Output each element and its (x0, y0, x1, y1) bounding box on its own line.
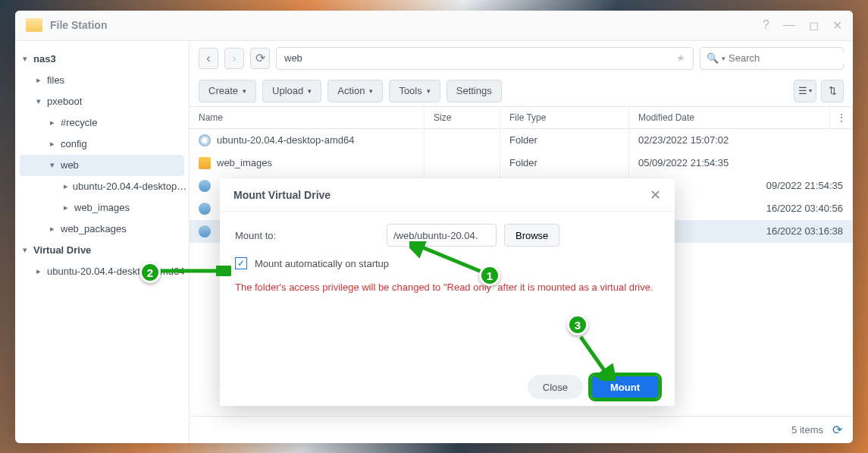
tools-button[interactable]: Tools▾ (389, 80, 440, 102)
app-icon (26, 18, 42, 32)
sidebar-item-config[interactable]: ▸config (15, 134, 189, 155)
maximize-icon[interactable]: ◻ (809, 18, 819, 33)
iso-icon (199, 225, 211, 238)
svg-line-2 (581, 337, 608, 376)
sidebar-item-webpackages[interactable]: ▸web_packages (15, 219, 189, 240)
cd-icon (199, 134, 211, 146)
sidebar-item-ubuntu[interactable]: ▸ubuntu-20.04.4-desktop-amd64 (15, 176, 189, 197)
modal-warning: The folder's access privilege will be ch… (235, 280, 660, 295)
col-modified[interactable]: Modified Date (629, 107, 830, 128)
modal-title: Mount Virtual Drive (233, 189, 331, 201)
close-icon[interactable]: ✕ (832, 18, 842, 33)
sidebar-item-recycle[interactable]: ▸#recycle (15, 112, 189, 134)
col-more-icon[interactable]: ⋮ (830, 107, 853, 128)
sidebar-root-nas3[interactable]: ▾nas3 (15, 49, 189, 70)
window-title: File Station (50, 19, 107, 31)
view-sort-button[interactable]: ⇅ (821, 80, 844, 102)
annotation-arrow-1 (409, 241, 485, 275)
action-toolbar: Create▾ Upload▾ Action▾ Tools▾ Settings … (190, 76, 853, 106)
path-input[interactable]: web★ (276, 47, 694, 70)
search-input[interactable] (729, 52, 853, 64)
col-name[interactable]: Name (190, 107, 425, 128)
favorite-icon[interactable]: ★ (676, 52, 685, 64)
cancel-button[interactable]: Close (528, 375, 583, 399)
list-row[interactable]: ubuntu-20.04.4-desktop-amd64 Folder 02/2… (190, 129, 853, 152)
browse-button[interactable]: Browse (504, 224, 559, 247)
refresh-icon[interactable]: ⟳ (832, 423, 842, 437)
svg-line-0 (417, 245, 481, 272)
help-icon[interactable]: ? (763, 18, 769, 33)
list-header: Name Size File Type Modified Date ⋮ (190, 106, 853, 129)
annotation-badge-3: 3 (567, 314, 588, 335)
iso-icon (199, 180, 211, 192)
nav-toolbar: ‹ › ⟳ web★ 🔍▾ (190, 41, 853, 76)
auto-mount-label: Mount automatically on startup (255, 258, 389, 269)
search-icon: 🔍 (707, 52, 719, 64)
mount-to-label: Mount to: (235, 230, 387, 241)
search-box[interactable]: 🔍▾ (700, 47, 844, 70)
nav-refresh-button[interactable]: ⟳ (250, 48, 270, 69)
view-list-button[interactable]: ☰▾ (794, 80, 816, 102)
sidebar-item-web[interactable]: ▾web (20, 155, 184, 176)
titlebar: File Station ? — ◻ ✕ (15, 11, 853, 41)
modal-close-icon[interactable]: ✕ (650, 187, 661, 203)
action-button[interactable]: Action▾ (327, 80, 383, 102)
folder-icon (199, 157, 211, 169)
upload-button[interactable]: Upload▾ (262, 80, 321, 102)
sidebar-item-pxeboot[interactable]: ▾pxeboot (15, 91, 189, 112)
list-row[interactable]: web_images Folder 05/09/2022 21:54:35 (190, 152, 853, 175)
annotation-badge-2: 2 (139, 262, 161, 283)
annotation-arrow-3 (578, 334, 616, 381)
statusbar: 5 items ⟳ (190, 416, 853, 443)
col-type[interactable]: File Type (500, 107, 629, 128)
settings-button[interactable]: Settings (447, 80, 502, 102)
auto-mount-checkbox[interactable]: ✓ (235, 257, 247, 269)
nav-back-button[interactable]: ‹ (199, 48, 218, 69)
annotation-badge-1: 1 (479, 265, 500, 286)
annotation-arrow-2 (155, 266, 231, 276)
col-size[interactable]: Size (425, 107, 500, 128)
sidebar-item-webimages[interactable]: ▸web_images (15, 197, 189, 219)
sidebar: ▾nas3 ▸files ▾pxeboot ▸#recycle ▸config … (15, 41, 190, 443)
iso-icon (199, 203, 211, 215)
create-button[interactable]: Create▾ (199, 80, 256, 102)
sidebar-root-vd[interactable]: ▾Virtual Drive (15, 240, 189, 261)
nav-forward-button[interactable]: › (224, 48, 244, 69)
item-count: 5 items (791, 424, 823, 436)
sidebar-item-files[interactable]: ▸files (15, 70, 189, 91)
minimize-icon[interactable]: — (783, 18, 795, 33)
